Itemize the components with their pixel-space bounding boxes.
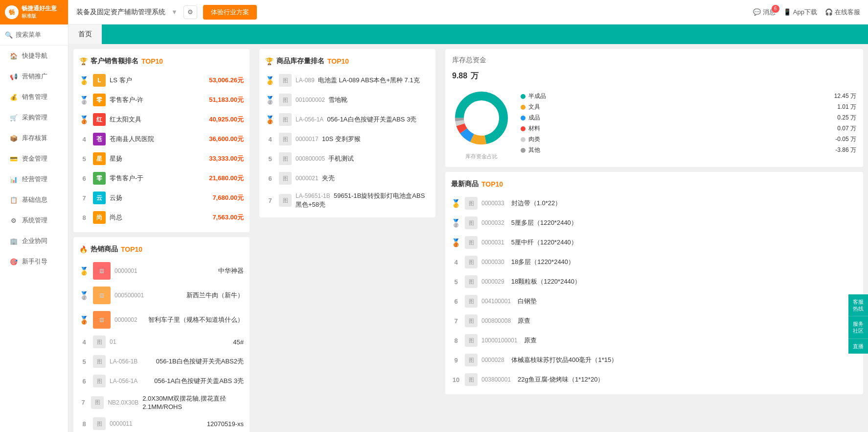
latest-name-5: 18颗粒板（1220*2440） (511, 277, 581, 286)
goods-name-6: 夹壳 (322, 174, 335, 182)
message-button[interactable]: 💬 消息 6 (753, 8, 776, 17)
sidebar-nav: 🏠 快捷导航 📢 营销推广 💰 销售管理 🛒 采购管理 📦 库存核算 💳 资金管… (0, 46, 68, 432)
tab-home-label: 首页 (78, 30, 92, 39)
hot-product-name-7: 2.0X30MM双摆花轴,摆花直径2.1MM/ROHS (142, 394, 244, 410)
latest-title: 最新商品 (451, 180, 479, 189)
customer-amount-1: 53,006.26元 (209, 76, 244, 85)
sidebar-item-basic-info[interactable]: 📋 基础信息 (0, 190, 68, 210)
content-area: 🏆 客户销售额排名 TOP10 🥇 L LS 客户 53,006.26元 🥈 零… (69, 44, 868, 432)
goods-medal-3: 🥉 (265, 115, 275, 124)
float-btn-live[interactable]: 直播 (848, 339, 868, 354)
customer-rank-row-3[interactable]: 🥉 红 红太阳文具 40,925.00元 (73, 110, 250, 129)
hot-products-card: 🔥 热销商品 TOP10 🥇 🖼 0000001 中华神器 🥈 🖼 000500… (73, 237, 250, 432)
customer-rank-row-1[interactable]: 🥇 L LS 客户 53,006.26元 (73, 71, 250, 90)
goods-info-4: 0000017 10S 变刹罗猴 (296, 135, 430, 144)
legend-list: 半成品 12.45 万 文具 1.01 万 成品 0.25 万 (521, 92, 856, 157)
inventory-card: 库存总资金 9.88 万 (445, 49, 863, 167)
app-download-button[interactable]: 📱 App下载 (783, 8, 817, 17)
goods-rank-row-7[interactable]: 7 图 LA-59651-1B 59651-1B旋转投影灯电池盒ABS黑色+58… (259, 188, 435, 213)
customer-avatar-4: 苍 (93, 133, 106, 145)
customer-rank-row-8[interactable]: 8 尚 尚总 7,563.00元 (73, 208, 250, 227)
latest-row-1[interactable]: 🥇 图 0000033 封边带（1.0*22） (445, 193, 863, 213)
search-menu-button[interactable]: 🔍 搜索菜单 (5, 28, 63, 41)
sidebar-search-area[interactable]: 🔍 搜索菜单 (0, 24, 68, 46)
goods-name-4: 10S 变刹罗猴 (322, 135, 361, 143)
sidebar-item-inventory[interactable]: 📦 库存核算 (0, 128, 68, 148)
customer-rank-row-5[interactable]: 5 星 星扬 33,333.00元 (73, 149, 250, 168)
rank-medal-3: 🥉 (79, 115, 89, 124)
latest-code-1: 0000033 (481, 200, 504, 207)
hot-product-row-5[interactable]: 5 图 LA-056-1B 056-1B白色按键开关壳ABS2壳 (73, 352, 250, 371)
hot-product-row-1[interactable]: 🥇 🖼 0000001 中华神器 (73, 259, 250, 283)
nav-tabs: 首页 (69, 24, 868, 44)
sidebar-item-sales[interactable]: 💰 销售管理 (0, 87, 68, 107)
latest-rank-num-4: 4 (451, 259, 461, 266)
latest-row-4[interactable]: 4 图 0000030 18多层（1220*2440） (445, 252, 863, 272)
rank-medal-2: 🥈 (79, 96, 89, 105)
customer-top10-label: TOP10 (141, 57, 163, 65)
goods-rank-row-3[interactable]: 🥉 图 LA-056-1A 056-1A白色按键开关盖ABS 3壳 (259, 110, 435, 129)
goods-rank-row-4[interactable]: 4 图 0000017 10S 变刹罗猴 (259, 129, 435, 149)
sidebar-item-marketing[interactable]: 📢 营销推广 (0, 66, 68, 87)
online-service-button[interactable]: 🎧 在线客服 (825, 8, 860, 17)
hot-product-row-8[interactable]: 8 图 0000011 12070519-xs (73, 414, 250, 432)
customer-rank-row-4[interactable]: 4 苍 苍南县人民医院 36,600.00元 (73, 129, 250, 149)
latest-row-10[interactable]: 10 图 003800001 22g鱼豆腐-烧烤味（1*12*20） (445, 370, 863, 389)
float-btn-community[interactable]: 服务社区 (848, 316, 868, 339)
sidebar-item-operations[interactable]: 📊 经营管理 (0, 169, 68, 190)
goods-rank-row-6[interactable]: 6 图 0000021 夹壳 (259, 168, 435, 188)
latest-name-2: 5厘多层（1220*2440） (511, 218, 577, 227)
goods-img-2: 图 (279, 94, 292, 106)
goods-rank-row-5[interactable]: 5 图 000800005 手机测试 (259, 149, 435, 168)
sidebar-item-system[interactable]: ⚙ 系统管理 (0, 210, 68, 231)
goods-rank-row-2[interactable]: 🥈 图 001000002 雪地靴 (259, 90, 435, 110)
sidebar-item-label: 基础信息 (22, 195, 47, 204)
sidebar-item-guide[interactable]: 🎯 新手引导 (0, 251, 68, 272)
latest-row-2[interactable]: 🥈 图 0000032 5厘多层（1220*2440） (445, 213, 863, 233)
sidebar-item-label: 系统管理 (22, 216, 47, 225)
trial-plan-button[interactable]: 体验行业方案 (203, 5, 257, 20)
latest-row-5[interactable]: 5 图 0000029 18颗粒板（1220*2440） (445, 272, 863, 291)
customer-name-2: 零售客户-许 (110, 96, 205, 104)
latest-row-8[interactable]: 8 图 10000100001 原查 (445, 331, 863, 350)
goods-code-6: 0000021 (296, 175, 319, 182)
legend-value-5: -3.86 万 (835, 146, 856, 154)
goods-rank-num-6: 6 (265, 175, 275, 182)
latest-row-6[interactable]: 6 图 004100001 白钢垫 (445, 291, 863, 311)
legend-name-0: 半成品 (528, 92, 831, 100)
latest-row-7[interactable]: 7 图 000800008 原查 (445, 311, 863, 331)
settings-gear-button[interactable]: ⚙ (183, 5, 197, 19)
hot-product-row-7[interactable]: 7 图 NB2.0X30B 2.0X30MM双摆花轴,摆花直径2.1MM/ROH… (73, 391, 250, 414)
sidebar-item-finance[interactable]: 💳 资金管理 (0, 148, 68, 169)
legend-item-5: 其他 -3.86 万 (521, 146, 856, 154)
goods-rank-row-1[interactable]: 🥇 图 LA-089 电池盖 LA-089 ABS本色+黑种 7.1克 (259, 71, 435, 90)
tab-home[interactable]: 首页 (69, 24, 102, 44)
chevron-down-icon[interactable]: ▼ (171, 8, 178, 16)
goods-name-3: 056-1A白色按键开关盖ABS 3壳 (327, 116, 417, 123)
latest-img-3: 图 (465, 236, 478, 249)
sidebar-item-purchase[interactable]: 🛒 采购管理 (0, 107, 68, 128)
latest-name-4: 18多层（1220*2440） (511, 258, 574, 266)
customer-rank-row-2[interactable]: 🥈 零 零售客户-许 51,183.00元 (73, 90, 250, 110)
goods-info-3: LA-056-1A 056-1A白色按键开关盖ABS 3壳 (296, 115, 430, 124)
latest-rank-num-8: 8 (451, 337, 461, 344)
float-btn-service[interactable]: 客服热线 (848, 294, 868, 317)
hot-product-row-3[interactable]: 🥉 🖼 0000002 智利车子里（规格不知道填什么） (73, 308, 250, 332)
sidebar-item-label: 库存核算 (22, 134, 47, 143)
sidebar-item-enterprise[interactable]: 🏢 企业协同 (0, 231, 68, 251)
hot-product-row-2[interactable]: 🥈 🖼 000500001 新西兰牛肉（新牛） (73, 283, 250, 308)
latest-row-9[interactable]: 9 图 0000028 体械嘉枝味苏打饮品400毫升（1*15） (445, 350, 863, 370)
hot-product-row-6[interactable]: 6 图 LA-056-1A 056-1A白色按键开关盖ABS 3壳 (73, 371, 250, 391)
latest-img-7: 图 (465, 314, 478, 327)
latest-code-3: 0000031 (481, 239, 504, 246)
goods-top10-label: TOP10 (327, 57, 349, 65)
latest-row-3[interactable]: 🥉 图 0000031 5厘中纤（1220*2440） (445, 233, 863, 252)
customer-rank-row-7[interactable]: 7 云 云扬 7,680.00元 (73, 188, 250, 208)
customer-rank-row-6[interactable]: 6 零 零售客户-于 21,680.00元 (73, 168, 250, 188)
customer-name-6: 零售客户-于 (110, 174, 205, 183)
logo-icon: 畅 (5, 5, 19, 19)
sidebar-item-quick-nav[interactable]: 🏠 快捷导航 (0, 46, 68, 66)
hot-product-name-2: 新西兰牛肉（新牛） (186, 291, 244, 300)
latest-img-9: 图 (465, 354, 478, 366)
hot-product-row-4[interactable]: 4 图 01 45# (73, 332, 250, 352)
